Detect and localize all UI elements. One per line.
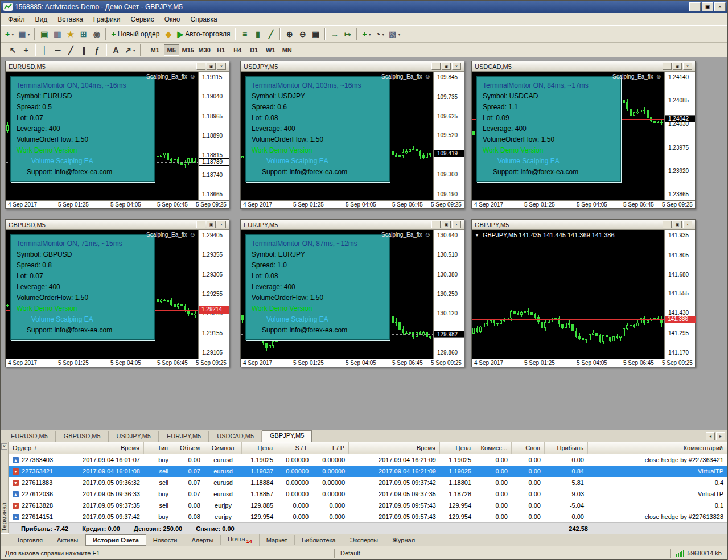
horizontal-line-button[interactable]: ─ bbox=[51, 44, 64, 56]
cursor-button[interactable]: ↖ bbox=[6, 44, 19, 56]
column-header-commission[interactable]: Комисс... bbox=[475, 442, 512, 454]
zoom-in-button[interactable]: ⊕ bbox=[283, 28, 296, 40]
chart-line-button[interactable]: ╱ bbox=[264, 28, 277, 40]
terminal-tab-3[interactable]: История Счета bbox=[85, 534, 146, 546]
chart-close-button[interactable]: × bbox=[683, 63, 692, 70]
indicators-button[interactable]: +▾ bbox=[360, 28, 373, 40]
terminal-tab-1[interactable]: Торговля bbox=[10, 535, 50, 545]
metaeditor-button[interactable]: ◆ bbox=[162, 28, 175, 40]
history-row[interactable]: ▼2276118832017.09.05 09:36:32sell0.07eur… bbox=[9, 477, 727, 488]
equidistant-channel-button[interactable]: ∥ bbox=[77, 44, 91, 56]
timeframe-d1-button[interactable]: D1 bbox=[246, 44, 262, 56]
terminal-tab-8[interactable]: Библиотека bbox=[295, 535, 343, 545]
timeframe-mn-button[interactable]: MN bbox=[279, 44, 295, 56]
fibonacci-button[interactable]: ƒ bbox=[91, 44, 104, 56]
chart-tab-usdjpy[interactable]: USDJPY,M5 bbox=[109, 431, 159, 442]
chart-tab-eurusd[interactable]: EURUSD,M5 bbox=[3, 431, 56, 442]
data-window-button[interactable]: ▥ bbox=[51, 28, 64, 40]
chart-plot-area[interactable]: TerminalMonitor ON, 71ms, ~15msSymbol: G… bbox=[6, 230, 198, 359]
history-row[interactable]: ▲2276120362017.09.05 09:36:33buy0.07euru… bbox=[9, 488, 727, 500]
minimize-button[interactable]: — bbox=[689, 2, 701, 11]
restore-button[interactable]: ▣ bbox=[702, 2, 713, 11]
chart-window-titlebar[interactable]: USDCAD,M5—▣× bbox=[472, 61, 695, 72]
vertical-line-button[interactable]: │ bbox=[38, 44, 51, 56]
auto-scroll-button[interactable]: → bbox=[328, 28, 341, 40]
column-header-time[interactable]: Время bbox=[65, 442, 144, 454]
menu-item-5[interactable]: Сервис bbox=[126, 14, 159, 25]
column-header-price2[interactable]: Цена bbox=[440, 442, 475, 454]
menu-item-6[interactable]: Окно bbox=[159, 14, 186, 25]
close-button[interactable]: × bbox=[714, 2, 726, 11]
column-header-sl[interactable]: S / L bbox=[277, 442, 312, 454]
history-row[interactable]: ▲2273634032017.09.04 16:01:07buy0.00euru… bbox=[9, 454, 727, 466]
new-chart-button[interactable]: +▾ bbox=[3, 28, 16, 40]
chart-minimize-button[interactable]: — bbox=[431, 63, 441, 70]
chart-minimize-button[interactable]: — bbox=[431, 221, 441, 228]
chart-shift-button[interactable]: ↦ bbox=[341, 28, 354, 40]
chart-window-titlebar[interactable]: GBPUSD,M5—▣× bbox=[6, 220, 229, 230]
chart-window-titlebar[interactable]: GBPJPY,M5—▣× bbox=[472, 220, 695, 230]
chart-restore-button[interactable]: ▣ bbox=[673, 221, 682, 228]
terminal-tab-10[interactable]: Журнал bbox=[385, 535, 422, 545]
autotrading-button[interactable]: ▶Авто-торговля bbox=[175, 28, 232, 40]
chart-bars-button[interactable]: ≡ bbox=[238, 28, 251, 40]
timeframe-h1-button[interactable]: H1 bbox=[213, 44, 229, 56]
chart-plot-area[interactable]: TerminalMonitor ON, 104ms, ~16msSymbol: … bbox=[6, 72, 198, 200]
column-header-price[interactable]: Цена bbox=[242, 442, 277, 454]
terminal-tab-5[interactable]: Алерты bbox=[184, 535, 221, 545]
timeframe-h4-button[interactable]: H4 bbox=[230, 44, 245, 56]
chart-window-titlebar[interactable]: EURUSD,M5—▣× bbox=[6, 61, 229, 72]
scroll-tabs-right-button[interactable]: ▸ bbox=[716, 432, 725, 440]
column-header-comment[interactable]: Комментарий bbox=[588, 442, 727, 454]
terminal-tab-4[interactable]: Новости bbox=[146, 535, 185, 545]
chart-minimize-button[interactable]: — bbox=[196, 221, 205, 228]
chart-close-button[interactable]: × bbox=[452, 221, 461, 228]
scroll-tabs-left-button[interactable]: ◂ bbox=[706, 432, 715, 440]
timeframe-w1-button[interactable]: W1 bbox=[263, 44, 278, 56]
menu-item-4[interactable]: Графики bbox=[88, 14, 126, 25]
chart-window-titlebar[interactable]: USDJPY,M5—▣× bbox=[241, 61, 464, 72]
strategy-tester-button[interactable]: ◉ bbox=[90, 28, 103, 40]
text-label-button[interactable]: A bbox=[109, 44, 122, 56]
history-row[interactable]: ▼2273634212017.09.04 16:01:08sell0.07eur… bbox=[9, 466, 727, 477]
terminal-close-button[interactable]: × bbox=[1, 443, 7, 450]
terminal-tab-6[interactable]: Почта14 bbox=[221, 534, 260, 546]
chart-tab-gbpusd[interactable]: GBPUSD,M5 bbox=[56, 431, 109, 442]
periods-button[interactable]: ◔▾ bbox=[373, 28, 386, 40]
zoom-out-button[interactable]: ⊖ bbox=[296, 28, 309, 40]
terminal-tab-9[interactable]: Эксперты bbox=[343, 535, 385, 545]
column-header-profit[interactable]: Прибыль bbox=[545, 442, 588, 454]
timeframe-m30-button[interactable]: M30 bbox=[197, 44, 212, 56]
chart-minimize-button[interactable]: — bbox=[663, 63, 672, 70]
chart-restore-button[interactable]: ▣ bbox=[442, 221, 451, 228]
chart-restore-button[interactable]: ▣ bbox=[673, 63, 682, 70]
chart-tab-usdcad[interactable]: USDCAD,M5 bbox=[209, 431, 262, 442]
chart-restore-button[interactable]: ▣ bbox=[207, 221, 216, 228]
chart-tab-eurjpy[interactable]: EURJPY,M5 bbox=[159, 431, 209, 442]
menu-item-1[interactable]: Файл bbox=[3, 14, 30, 25]
terminal-tab-7[interactable]: Маркет bbox=[260, 535, 295, 545]
new-order-button[interactable]: +Новый ордер bbox=[109, 28, 162, 40]
arrows-button[interactable]: ↗▾ bbox=[122, 44, 138, 56]
trendline-button[interactable]: ╱ bbox=[64, 44, 77, 56]
history-row[interactable]: ▲2276141512017.09.05 09:37:42buy0.08eurj… bbox=[9, 511, 727, 522]
chart-tab-gbpjpy[interactable]: GBPJPY,M5 bbox=[262, 430, 312, 442]
chart-plot-area[interactable]: TerminalMonitor ON, 103ms, ~16msSymbol: … bbox=[241, 72, 433, 200]
timeframe-m1-button[interactable]: M1 bbox=[147, 44, 163, 56]
chart-minimize-button[interactable]: — bbox=[663, 221, 672, 228]
menu-item-3[interactable]: Вставка bbox=[52, 14, 88, 25]
market-watch-button[interactable]: ▤ bbox=[38, 28, 51, 40]
timeframe-m5-button[interactable]: M5 bbox=[164, 44, 179, 56]
crosshair-button[interactable]: + bbox=[19, 44, 32, 56]
chart-window-titlebar[interactable]: EURJPY,M5—▣× bbox=[241, 220, 464, 230]
column-header-type[interactable]: Тип bbox=[144, 442, 172, 454]
chart-candles-button[interactable]: ▮ bbox=[251, 28, 264, 40]
terminal-tab-2[interactable]: Активы bbox=[50, 535, 85, 545]
templates-button[interactable]: ▧▾ bbox=[386, 28, 402, 40]
chart-plot-area[interactable]: ▼GBPJPY,M5 141.435 141.445 141.369 141.3… bbox=[472, 230, 664, 359]
status-profile[interactable]: Default bbox=[335, 550, 670, 557]
chart-close-button[interactable]: × bbox=[217, 221, 226, 228]
tile-windows-button[interactable]: ▦ bbox=[309, 28, 322, 40]
chart-restore-button[interactable]: ▣ bbox=[442, 63, 451, 70]
timeframe-m15-button[interactable]: M15 bbox=[180, 44, 196, 56]
